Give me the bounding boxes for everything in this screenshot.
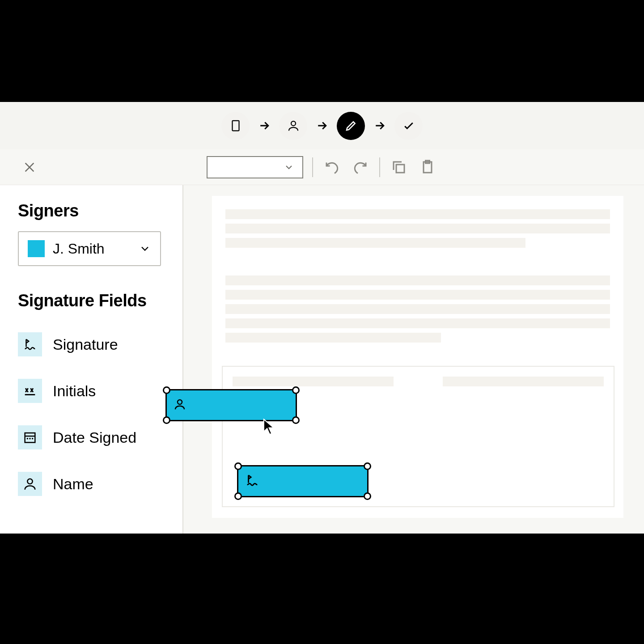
step-prepare[interactable]: [337, 112, 365, 140]
resize-handle[interactable]: [234, 492, 242, 500]
resize-handle[interactable]: [234, 462, 242, 470]
zoom-dropdown[interactable]: [207, 156, 303, 178]
clipboard-icon: [419, 159, 436, 175]
signature-icon: [245, 473, 260, 490]
signer-select[interactable]: J. Smith: [18, 231, 161, 266]
field-date-signed[interactable]: Date Signed: [18, 414, 165, 461]
field-list: Signature Initials: [18, 321, 165, 507]
doc-line: [225, 318, 610, 328]
signers-title: Signers: [18, 201, 165, 220]
undo-button[interactable]: [322, 157, 342, 177]
stepper-bar: [0, 102, 644, 149]
field-name[interactable]: Name: [18, 461, 165, 507]
field-label: Name: [53, 475, 93, 493]
doc-line: [225, 238, 525, 248]
undo-icon: [324, 159, 340, 175]
copy-icon: [391, 159, 407, 175]
field-initials[interactable]: Initials: [18, 368, 165, 414]
toolbar: [0, 149, 644, 185]
doc-line: [225, 209, 610, 219]
close-icon: [22, 160, 37, 174]
svg-rect-0: [232, 121, 239, 131]
step-document[interactable]: [221, 112, 250, 140]
separator: [379, 157, 380, 177]
arrow-right-icon: [258, 119, 271, 132]
redo-button[interactable]: [351, 157, 370, 177]
step-review[interactable]: [394, 112, 423, 140]
doc-line: [225, 304, 610, 314]
resize-handle[interactable]: [292, 416, 300, 424]
arrow-right-icon: [315, 119, 329, 132]
name-icon: [18, 472, 42, 496]
date-icon: [18, 425, 42, 449]
field-label: Signature: [53, 336, 118, 353]
fields-title: Signature Fields: [18, 291, 165, 310]
chevron-down-icon: [139, 242, 151, 255]
signature-icon: [18, 332, 42, 356]
resize-handle[interactable]: [364, 462, 371, 470]
signer-color-swatch: [28, 240, 45, 257]
chevron-down-icon: [284, 162, 294, 173]
initials-icon: [18, 379, 42, 403]
svg-point-1: [291, 121, 296, 126]
svg-rect-2: [396, 165, 404, 173]
person-icon: [287, 119, 300, 132]
svg-point-7: [178, 400, 182, 404]
placed-name-field[interactable]: [165, 389, 297, 421]
doc-line: [443, 377, 604, 386]
person-icon: [173, 398, 186, 413]
field-label: Date Signed: [53, 429, 136, 446]
resize-handle[interactable]: [163, 416, 170, 424]
doc-line: [225, 224, 610, 233]
arrow-right-icon: [373, 119, 386, 132]
svg-rect-5: [25, 433, 35, 442]
field-label: Initials: [53, 382, 96, 400]
separator: [312, 157, 313, 177]
signer-name: J. Smith: [53, 241, 131, 257]
doc-line: [225, 275, 610, 285]
doc-line: [225, 290, 610, 300]
resize-handle[interactable]: [364, 492, 371, 500]
placed-signature-field[interactable]: [237, 465, 369, 497]
doc-line: [225, 333, 441, 343]
svg-point-6: [27, 479, 32, 484]
pencil-icon: [344, 119, 358, 132]
paste-button[interactable]: [418, 157, 437, 177]
check-icon: [402, 119, 415, 132]
step-recipients[interactable]: [279, 112, 307, 140]
sidebar: Signers J. Smith Signature Fields Signat…: [0, 185, 183, 534]
redo-icon: [352, 159, 369, 175]
resize-handle[interactable]: [163, 386, 170, 394]
field-signature[interactable]: Signature: [18, 321, 165, 368]
doc-line: [233, 377, 394, 386]
app-frame: Signers J. Smith Signature Fields Signat…: [0, 102, 644, 534]
document-icon: [229, 119, 242, 132]
resize-handle[interactable]: [292, 386, 300, 394]
close-button[interactable]: [21, 158, 38, 176]
copy-button[interactable]: [389, 157, 409, 177]
